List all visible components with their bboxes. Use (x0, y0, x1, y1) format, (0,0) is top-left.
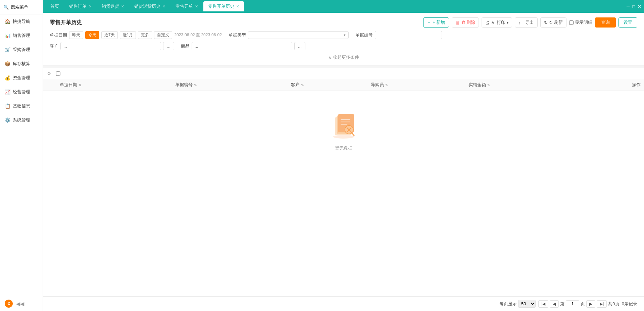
tab-close-retail-history[interactable]: ✕ (236, 4, 239, 9)
sidebar-icon-basic-info: 📋 (5, 103, 10, 109)
date-shortcut-2[interactable]: 近7天 (101, 31, 118, 39)
sort-icon-amount: ⇅ (487, 83, 490, 87)
doc-type-select[interactable]: ▾ (248, 31, 349, 39)
col-label-salesperson: 导购员 (371, 82, 384, 87)
sidebar: 🔍 搜索菜单 🏠 快捷导航 📊 销售管理 🛒 采购管理 📦 库存核算 💰 资金管… (0, 0, 43, 311)
first-page-button[interactable]: |◀ (538, 300, 548, 308)
date-shortcut-5[interactable]: 自定义 (154, 31, 172, 39)
table-toolbar: ⚙ (43, 68, 644, 79)
toolbar: ＋ + 新增 🗑 🗑 删除 🖨 🖨 打印 ▾ ↑ ↑ 导出 (423, 17, 637, 28)
print-button[interactable]: 🖨 🖨 打印 ▾ (482, 17, 512, 28)
sidebar-item-quick-nav[interactable]: 🏠 快捷导航 (0, 14, 43, 29)
sidebar-item-operations[interactable]: 📈 经营管理 (0, 85, 43, 99)
minimize-button[interactable]: ─ (627, 4, 630, 9)
settings-gear-button[interactable]: ⚙ (5, 300, 13, 308)
sidebar-item-finance[interactable]: 💰 资金管理 (0, 71, 43, 85)
query-button[interactable]: 查询 (595, 17, 616, 28)
display-toggle[interactable]: 显示明细 (569, 19, 592, 25)
print-dropdown-icon: ▾ (507, 21, 508, 24)
select-all-checkbox[interactable] (56, 71, 60, 76)
sidebar-label-inventory: 库存核算 (13, 61, 30, 67)
tab-sales-return[interactable]: 销货退货✕ (97, 1, 129, 11)
data-table: 单据日期⇅单据编号⇅客户⇅导购员⇅实销金额⇅操作 (43, 79, 644, 91)
sidebar-item-sys-mgmt[interactable]: ⚙️ 系统管理 (0, 113, 43, 127)
date-shortcut-3[interactable]: 近1月 (120, 31, 136, 39)
th-customer[interactable]: 客户⇅ (288, 79, 367, 91)
filter-row-1: 单据日期 昨天今天近7天近1月更多自定义 2023-06-02 至 2023-0… (50, 31, 637, 39)
export-icon: ↑ (518, 20, 521, 25)
goods-ellipsis-button[interactable]: ... (294, 42, 305, 50)
goods-input[interactable] (192, 42, 292, 50)
maximize-button[interactable]: □ (632, 4, 635, 9)
th-amount[interactable]: 实销金额⇅ (465, 79, 581, 91)
filter-row-2: 客户 ... 商品 ... (50, 42, 637, 50)
refresh-button[interactable]: ↻ ↻ 刷新 (540, 17, 566, 28)
table-area: ⚙ 单据日期⇅单据编号⇅客户⇅导购员⇅实销金额⇅操作 (43, 68, 644, 296)
prev-page-button[interactable]: ◀ (550, 300, 559, 308)
sidebar-icon-quick-nav: 🏠 (5, 19, 10, 24)
next-page-button[interactable]: ▶ (586, 300, 595, 308)
tab-home[interactable]: 首页 (46, 1, 64, 11)
sidebar-search-label: 搜索菜单 (11, 4, 28, 10)
date-shortcut-1[interactable]: 今天 (85, 31, 99, 39)
display-toggle-checkbox[interactable] (569, 20, 574, 25)
tab-retail-open[interactable]: 零售开单✕ (171, 1, 203, 11)
sidebar-label-sales-mgmt: 销售管理 (13, 33, 30, 39)
th-no[interactable]: 单据编号⇅ (172, 79, 287, 91)
table-settings-icon[interactable]: ⚙ (47, 71, 51, 76)
tab-sales-order[interactable]: 销售订单✕ (64, 1, 96, 11)
setting-button[interactable]: 设置 (618, 17, 637, 28)
page-header: 零售开单历史 ＋ + 新增 🗑 🗑 删除 🖨 🖨 打印 ▾ (43, 13, 644, 65)
table-wrapper: 单据日期⇅单据编号⇅客户⇅导购员⇅实销金额⇅操作 (43, 79, 644, 296)
window-controls: ─ □ ✕ (627, 4, 641, 9)
tab-label-home: 首页 (50, 3, 59, 9)
col-label-amount: 实销金额 (468, 82, 486, 87)
date-filter: 单据日期 昨天今天近7天近1月更多自定义 2023-06-02 至 2023-0… (50, 31, 222, 39)
sidebar-item-purchase-mgmt[interactable]: 🛒 采购管理 (0, 43, 43, 57)
page-size-select[interactable]: 2050100 (518, 300, 536, 308)
tab-close-retail-open[interactable]: ✕ (195, 4, 198, 9)
add-button[interactable]: ＋ + 新增 (423, 17, 449, 28)
sidebar-icon-operations: 📈 (5, 89, 10, 95)
delete-button[interactable]: 🗑 🗑 删除 (452, 17, 479, 28)
add-icon: ＋ (427, 19, 431, 25)
th-date[interactable]: 单据日期⇅ (56, 79, 172, 91)
sidebar-footer: ⚙ ◀◀ (0, 296, 43, 311)
close-button[interactable]: ✕ (638, 4, 641, 9)
collapse-more-btn[interactable]: ∧ 收起更多条件 (50, 53, 637, 62)
doc-no-input[interactable] (375, 31, 442, 39)
sidebar-label-finance: 资金管理 (13, 75, 30, 81)
sidebar-search[interactable]: 🔍 搜索菜单 (0, 0, 43, 14)
export-button[interactable]: ↑ ↑ 导出 (515, 17, 538, 28)
tab-label-retail-history: 零售开单历史 (208, 3, 234, 9)
date-shortcut-4[interactable]: 更多 (138, 31, 152, 39)
tab-retail-history[interactable]: 零售开单历史✕ (203, 1, 244, 11)
page-size-label: 每页显示 (499, 301, 517, 307)
last-page-button[interactable]: ▶| (597, 300, 607, 308)
tab-label-sales-return: 销货退货 (102, 3, 119, 9)
empty-text: 暂无数据 (335, 145, 352, 151)
customer-input[interactable] (60, 42, 161, 50)
sidebar-icon-finance: 💰 (5, 75, 10, 81)
chevron-up-icon: ∧ (328, 55, 332, 60)
th-salesperson[interactable]: 导购员⇅ (367, 79, 465, 91)
sidebar-item-basic-info[interactable]: 📋 基础信息 (0, 99, 43, 113)
sidebar-icon-sales-mgmt: 📊 (5, 33, 10, 38)
tab-close-sales-return[interactable]: ✕ (121, 4, 124, 9)
sidebar-item-inventory[interactable]: 📦 库存核算 (0, 57, 43, 71)
sidebar-label-basic-info: 基础信息 (13, 103, 30, 109)
date-shortcut-0[interactable]: 昨天 (69, 31, 83, 39)
sidebar-item-sales-mgmt[interactable]: 📊 销售管理 (0, 29, 43, 43)
tab-close-sales-order[interactable]: ✕ (89, 4, 92, 9)
total-info: 共0页, 0条记录 (608, 301, 637, 307)
tab-sales-return-history[interactable]: 销货退货历史✕ (130, 1, 170, 11)
sidebar-collapse-button[interactable]: ◀◀ (16, 301, 24, 307)
tab-label-sales-order: 销售订单 (69, 3, 87, 9)
col-label-no: 单据编号 (175, 82, 193, 87)
print-icon: 🖨 (485, 20, 490, 25)
current-page-input[interactable] (566, 300, 579, 307)
sidebar-label-sys-mgmt: 系统管理 (13, 117, 30, 123)
th-action: 操作 (581, 79, 644, 91)
tab-close-sales-return-history[interactable]: ✕ (162, 4, 165, 9)
customer-ellipsis-button[interactable]: ... (163, 42, 174, 50)
